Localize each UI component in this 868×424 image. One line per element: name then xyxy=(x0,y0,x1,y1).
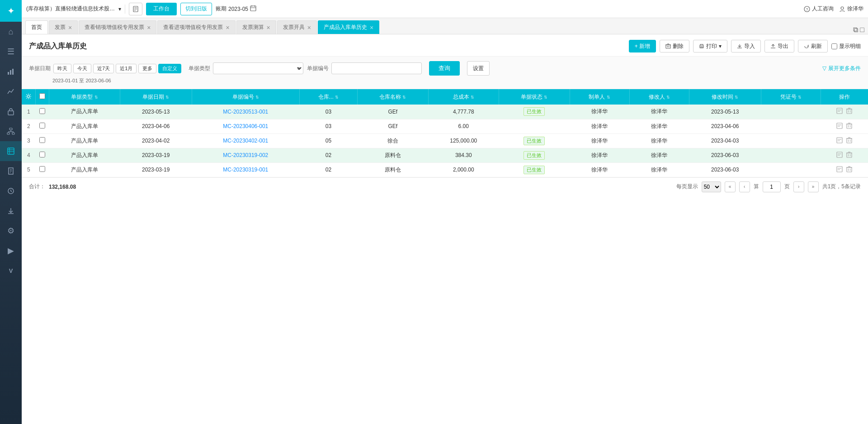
date-more-btn[interactable]: 更多 xyxy=(138,64,156,73)
sidebar-item-org[interactable] xyxy=(0,121,22,141)
row-checkbox[interactable] xyxy=(39,166,45,172)
new-button[interactable]: + 新增 xyxy=(629,40,656,52)
th-settings[interactable] xyxy=(22,89,36,105)
th-number[interactable]: 单据编号 ⇅ xyxy=(192,89,299,105)
row-number[interactable]: MC-20230319-001 xyxy=(192,162,299,177)
th-warehouse-code[interactable]: 仓库... ⇅ xyxy=(299,89,357,105)
tab-history[interactable]: 产成品入库单历史 × xyxy=(318,20,379,34)
sidebar-item-version[interactable]: V xyxy=(0,261,22,281)
th-warehouse-name[interactable]: 仓库名称 ⇅ xyxy=(357,89,428,105)
row-checkbox[interactable] xyxy=(39,108,45,114)
th-date[interactable]: 单据日期 ⇅ xyxy=(120,89,192,105)
th-modifier[interactable]: 修改人 ⇅ xyxy=(629,89,689,105)
row-check[interactable] xyxy=(36,133,49,148)
sidebar-item-docs[interactable]: ☰ xyxy=(0,42,22,62)
row-check[interactable] xyxy=(36,105,49,119)
row-number[interactable]: MC-20230513-001 xyxy=(192,105,299,119)
settings-button[interactable]: 设置 xyxy=(467,61,490,76)
date-yesterday-btn[interactable]: 昨天 xyxy=(53,64,71,73)
sidebar-item-chart[interactable] xyxy=(0,62,22,81)
tab-calc[interactable]: 发票测算 × xyxy=(236,20,276,34)
show-detail-checkbox-label[interactable]: 显示明细 xyxy=(831,43,861,50)
row-delete-icon[interactable] xyxy=(846,152,852,159)
delete-button[interactable]: 删除 xyxy=(660,40,689,52)
prev-page-btn[interactable]: ‹ xyxy=(739,181,750,192)
sidebar-item-analytics[interactable] xyxy=(0,81,22,101)
refresh-button[interactable]: 刷新 xyxy=(798,40,828,52)
row-delete-icon[interactable] xyxy=(846,108,852,115)
import-button[interactable]: 导入 xyxy=(731,40,761,52)
next-page-btn[interactable]: › xyxy=(793,181,804,192)
sidebar-item-inventory[interactable] xyxy=(0,141,22,161)
period-calendar-icon[interactable] xyxy=(250,5,256,13)
workbench-button[interactable]: 工作台 xyxy=(146,3,177,15)
tab-sales-vat[interactable]: 查看销项增值税专用发票 × xyxy=(79,20,156,34)
export-button[interactable]: 导出 xyxy=(764,40,794,52)
row-number[interactable]: MC-20230406-001 xyxy=(192,119,299,133)
switch-version-button[interactable]: 切到旧版 xyxy=(180,3,212,15)
th-select-all[interactable] xyxy=(36,89,49,105)
date-today-btn[interactable]: 今天 xyxy=(73,64,91,73)
th-type[interactable]: 单据类型 ⇅ xyxy=(49,89,120,105)
last-page-btn[interactable]: » xyxy=(808,181,819,192)
tab-invoice-close[interactable]: × xyxy=(68,24,72,31)
help-button[interactable]: ? 人工咨询 xyxy=(804,5,834,13)
page-size-select[interactable]: 50 100 200 xyxy=(702,181,721,192)
sidebar-item-video[interactable]: ▶ xyxy=(0,241,22,261)
page-number-input[interactable] xyxy=(763,181,781,192)
row-edit-icon[interactable] xyxy=(836,137,843,145)
row-check[interactable] xyxy=(36,148,49,162)
row-check[interactable] xyxy=(36,162,49,177)
row-number[interactable]: MC-20230402-001 xyxy=(192,133,299,148)
row-edit-icon[interactable] xyxy=(836,152,843,159)
tab-open-close[interactable]: × xyxy=(307,24,311,31)
number-filter-input[interactable] xyxy=(331,62,422,74)
query-button[interactable]: 查询 xyxy=(429,61,460,76)
row-edit-icon[interactable] xyxy=(836,108,843,115)
sidebar-item-cycle[interactable] xyxy=(0,181,22,201)
select-all-checkbox[interactable] xyxy=(39,93,45,99)
date-1month-btn[interactable]: 近1月 xyxy=(116,64,137,73)
row-number[interactable]: MC-20230319-002 xyxy=(192,148,299,162)
type-filter-select[interactable] xyxy=(213,62,303,74)
row-edit-icon[interactable] xyxy=(836,166,843,174)
sidebar-item-home[interactable]: ⌂ xyxy=(0,22,22,42)
th-status[interactable]: 单据状态 ⇅ xyxy=(499,89,570,105)
row-delete-icon[interactable] xyxy=(846,123,852,130)
tab-history-close[interactable]: × xyxy=(370,24,373,31)
filter-expand-button[interactable]: ▽ 展开更多条件 xyxy=(822,65,861,72)
tab-purchase-vat[interactable]: 查看进项增值税专用发票 × xyxy=(157,20,235,34)
sidebar-item-lock[interactable] xyxy=(0,101,22,121)
date-7days-btn[interactable]: 近7天 xyxy=(93,64,114,73)
print-button[interactable]: 打印 ▾ xyxy=(693,40,727,52)
th-voucher[interactable]: 凭证号 ⇅ xyxy=(761,89,821,105)
tab-invoice[interactable]: 发票 × xyxy=(49,20,78,34)
sidebar-item-download[interactable] xyxy=(0,201,22,221)
date-custom-btn[interactable]: 自定义 xyxy=(158,64,181,73)
tab-open[interactable]: 发票开具 × xyxy=(277,20,317,34)
th-creator[interactable]: 制单人 ⇅ xyxy=(570,89,629,105)
user-menu[interactable]: 徐泽华 xyxy=(839,5,863,13)
th-total-cost[interactable]: 总成本 ⇅ xyxy=(428,89,499,105)
tab-sales-vat-close[interactable]: × xyxy=(147,24,151,31)
row-checkbox[interactable] xyxy=(39,152,45,157)
row-check[interactable] xyxy=(36,119,49,133)
company-selector[interactable]: (库存核算）直播轻绕通信息技术股份... ▾ xyxy=(26,5,121,13)
doc-icon-button[interactable] xyxy=(129,3,142,15)
tab-purchase-vat-close[interactable]: × xyxy=(226,24,229,31)
row-edit-icon[interactable] xyxy=(836,123,843,130)
show-detail-checkbox[interactable] xyxy=(831,43,837,49)
th-modify-time[interactable]: 修改时间 ⇅ xyxy=(689,89,761,105)
row-checkbox[interactable] xyxy=(39,137,45,143)
tab-maximize-icon[interactable]: □ xyxy=(860,26,864,34)
row-delete-icon[interactable] xyxy=(846,166,852,174)
tab-calc-close[interactable]: × xyxy=(267,24,270,31)
total-records: 共1页，5条记录 xyxy=(822,183,861,191)
tab-home[interactable]: 首页 xyxy=(25,20,48,34)
sidebar-item-settings[interactable]: ⚙ xyxy=(0,221,22,241)
row-checkbox[interactable] xyxy=(39,123,45,129)
sidebar-item-stamp[interactable] xyxy=(0,161,22,181)
tab-restore-icon[interactable]: ⧉ xyxy=(853,26,858,34)
first-page-btn[interactable]: « xyxy=(725,181,736,192)
row-delete-icon[interactable] xyxy=(846,137,852,145)
